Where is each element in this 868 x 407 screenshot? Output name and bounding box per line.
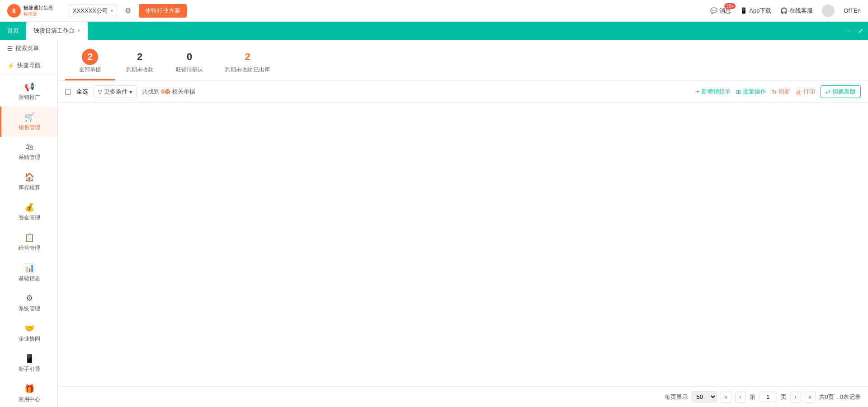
stat-tab-overdue[interactable]: 2 到期未收款 [115, 45, 165, 80]
main-layout: ☰ 搜索菜单 ⚡ 快捷导航 📢 营销推广 🛒 销售管理 🛍 采购管理 🏠 库存核… [0, 40, 868, 407]
sidebar-item-system[interactable]: ⚙ 系统管理 [0, 288, 57, 318]
tab-minimize-icon[interactable]: ─ [849, 27, 854, 34]
tab-close-icon[interactable]: × [77, 28, 80, 34]
app-center-icon: 🎁 [24, 384, 34, 394]
refresh-button[interactable]: ↻ 刷新 [772, 88, 790, 96]
filter-icon: ▽ [98, 89, 102, 95]
pagination: 每页显示 50 100 200 « ‹ 第 页 › » 共0页，0条记录 [58, 386, 868, 407]
settings-button[interactable]: ⚙ [122, 5, 134, 17]
marketing-icon: 📢 [24, 82, 34, 92]
message-icon: 💬 [710, 7, 717, 14]
per-page-select[interactable]: 50 100 200 [692, 391, 717, 402]
prev-page-button[interactable]: ‹ [735, 392, 746, 402]
logo-area: 6 畅捷通好生意 标准版 [7, 4, 65, 18]
experience-button[interactable]: 体验行业方案 [139, 4, 187, 18]
sidebar-item-cooperation[interactable]: 🤝 企业协同 [0, 318, 57, 348]
avatar[interactable] [822, 5, 835, 17]
toolbar-right: + 新增销货单 ⊞ 批量操作 ↻ 刷新 🖨 打印 ⇄ 切换新版 [696, 85, 861, 98]
stat-label-overdue: 到期未收款 [126, 66, 153, 74]
filter-button[interactable]: ▽ 更多条件 ▾ [94, 85, 137, 98]
first-page-button[interactable]: « [721, 392, 731, 402]
tab-bar: 首页 钱货日清工作台 × ─ ⤢ [0, 22, 868, 40]
select-all-label: 全选 [76, 88, 88, 96]
company-selector[interactable]: XXXXXX公司 ▾ [69, 5, 117, 17]
page-of-label: 页 [781, 393, 787, 401]
stat-label-shipped: 到期未收款 已出库 [225, 66, 270, 74]
inventory-icon: 🏠 [24, 172, 34, 182]
toolbar: 全选 ▽ 更多条件 ▾ 共找到 0条 相关单据 + 新增销货单 ⊞ 批量操作 [58, 81, 868, 103]
table-area [58, 103, 868, 386]
tab-home[interactable]: 首页 [0, 22, 26, 40]
sales-icon: 🛒 [24, 112, 34, 122]
sidebar-item-finance[interactable]: 💰 资金管理 [0, 197, 57, 227]
sidebar-top: ☰ 搜索菜单 ⚡ 快捷导航 [0, 40, 57, 75]
basic-icon: 📊 [24, 263, 34, 273]
quick-nav-icon: ⚡ [7, 62, 14, 69]
print-button[interactable]: 🖨 打印 [796, 88, 815, 96]
result-count: 0条 [161, 88, 170, 95]
result-text: 共找到 0条 相关单据 [142, 88, 195, 96]
switch-icon: ⇄ [826, 89, 830, 95]
sidebar: ☰ 搜索菜单 ⚡ 快捷导航 📢 营销推广 🛒 销售管理 🛍 采购管理 🏠 库存核… [0, 40, 58, 407]
cooperation-icon: 🤝 [24, 323, 34, 333]
switch-new-version-button[interactable]: ⇄ 切换新版 [821, 85, 861, 98]
logo-text: 畅捷通好生意 标准版 [24, 5, 53, 17]
sidebar-item-app-center[interactable]: 🎁 应用中心 [0, 379, 57, 407]
refresh-icon: ↻ [772, 89, 777, 95]
filter-chevron-icon: ▾ [129, 89, 132, 95]
message-button[interactable]: 💬 消息 99+ [710, 7, 731, 15]
content-area: 2 全部单据 2 到期未收款 0 旺铺待确认 2 到期未收款 已出库 全选 ▽ … [58, 40, 868, 407]
logo-icon: 6 [7, 4, 21, 18]
sidebar-item-inventory[interactable]: 🏠 库存核算 [0, 167, 57, 197]
stat-number-all: 2 [82, 49, 98, 65]
stat-label-all: 全部单据 [79, 66, 101, 74]
tab-active[interactable]: 钱货日清工作台 × [26, 22, 88, 40]
stat-number-overdue: 2 [132, 49, 148, 65]
stat-number-shipped: 2 [240, 49, 256, 65]
stat-tab-shipped[interactable]: 2 到期未收款 已出库 [214, 45, 281, 80]
username: OfTEn [844, 7, 861, 14]
sidebar-item-operations[interactable]: 📋 经营管理 [0, 227, 57, 257]
stat-tab-pending[interactable]: 0 旺铺待确认 [165, 45, 214, 80]
online-service-button[interactable]: 🎧 在线客服 [780, 7, 813, 15]
company-name: XXXXXX公司 [73, 7, 108, 15]
per-page-label: 每页显示 [665, 393, 688, 401]
sidebar-item-guide[interactable]: 📱 新手引导 [0, 348, 57, 379]
top-header: 6 畅捷通好生意 标准版 XXXXXX公司 ▾ ⚙ 体验行业方案 💬 消息 99… [0, 0, 868, 22]
select-all-checkbox[interactable] [65, 89, 71, 95]
message-badge: 99+ [724, 3, 736, 9]
sidebar-item-marketing[interactable]: 📢 营销推广 [0, 76, 57, 107]
page-label: 第 [750, 393, 755, 401]
print-icon: 🖨 [796, 89, 802, 95]
sidebar-quick-nav[interactable]: ⚡ 快捷导航 [0, 57, 57, 74]
next-page-button[interactable]: › [790, 392, 801, 402]
sidebar-search-menu[interactable]: ☰ 搜索菜单 [0, 40, 57, 57]
chevron-down-icon: ▾ [111, 8, 113, 13]
sidebar-item-basic[interactable]: 📊 基础信息 [0, 257, 57, 288]
service-icon: 🎧 [780, 7, 788, 14]
tab-actions: ─ ⤢ [849, 27, 868, 34]
sidebar-item-sales[interactable]: 🛒 销售管理 [0, 107, 57, 137]
page-summary: 共0页，0条记录 [819, 393, 861, 401]
header-right: 💬 消息 99+ 📱 App下载 🎧 在线客服 OfTEn [710, 5, 861, 17]
finance-icon: 💰 [24, 202, 34, 212]
system-icon: ⚙ [26, 293, 33, 303]
batch-operation-button[interactable]: ⊞ 批量操作 [736, 88, 766, 96]
stats-tabs: 2 全部单据 2 到期未收款 0 旺铺待确认 2 到期未收款 已出库 [58, 40, 868, 81]
stat-number-pending: 0 [181, 49, 198, 65]
last-page-button[interactable]: » [805, 392, 816, 402]
current-page-input[interactable] [759, 392, 777, 402]
stat-label-pending: 旺铺待确认 [176, 66, 203, 74]
purchase-icon: 🛍 [25, 142, 33, 152]
app-download-button[interactable]: 📱 App下载 [740, 7, 771, 15]
guide-icon: 📱 [24, 354, 34, 364]
search-icon: ☰ [7, 45, 13, 52]
stat-tab-all[interactable]: 2 全部单据 [65, 45, 115, 80]
new-sales-order-button[interactable]: + 新增销货单 [696, 88, 731, 96]
batch-icon: ⊞ [736, 89, 741, 95]
sidebar-item-purchase[interactable]: 🛍 采购管理 [0, 137, 57, 167]
tab-maximize-icon[interactable]: ⤢ [858, 27, 863, 34]
app-download-icon: 📱 [740, 7, 747, 14]
operations-icon: 📋 [24, 233, 34, 243]
